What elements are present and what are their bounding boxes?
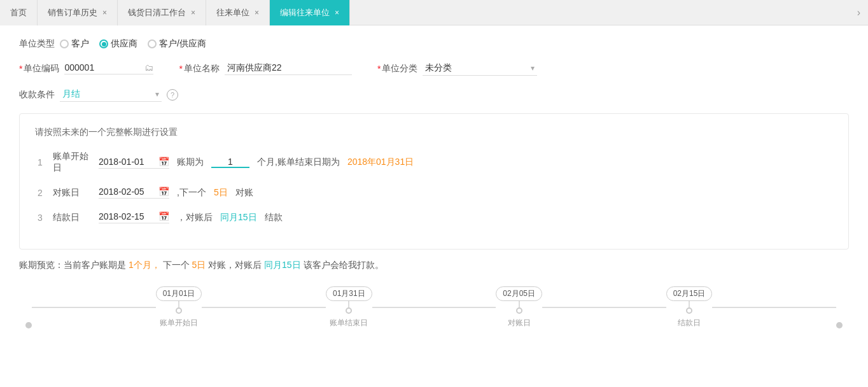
- reconcile-date-input[interactable]: [99, 186, 156, 197]
- radio-both-circle: [148, 39, 157, 48]
- preview-mid1: 下一个: [163, 260, 190, 270]
- preview-suffix: 该客户会给我打款。: [304, 260, 384, 270]
- payment-terms-help[interactable]: ?: [167, 89, 178, 101]
- radio-customer-label: 客户: [71, 38, 89, 50]
- timeline-tag-1: 01月01日: [156, 286, 202, 301]
- payment-date-input[interactable]: [99, 211, 156, 222]
- unit-type-radio-group: 客户 供应商 客户/供应商: [60, 38, 206, 50]
- preview-highlight2: 5日: [192, 260, 206, 270]
- tab-bar: 首页 销售订单历史 × 钱货日清工作台 × 往来单位 × 编辑往来单位 × ›: [0, 0, 868, 25]
- timeline-container: 01月01日 账单开始日 01月31日 账单结束日 02月05日 对账日 02月…: [19, 286, 849, 328]
- unit-code-icon[interactable]: 🗂: [144, 62, 153, 73]
- settings-title: 请按照未来的一个完整帐期进行设置: [35, 127, 833, 138]
- payment-highlight: 同月15日: [220, 212, 257, 223]
- unit-name-label: 单位名称: [184, 63, 220, 74]
- tab-cash-workbench[interactable]: 钱货日清工作台 ×: [118, 0, 206, 25]
- tab-partner-units[interactable]: 往来单位 ×: [206, 0, 270, 25]
- timeline-line-5: [712, 307, 836, 308]
- unit-name-input[interactable]: [225, 62, 352, 75]
- start-date-cal-icon[interactable]: 📅: [158, 157, 169, 167]
- setting-row-2: 2 对账日 📅 ,下一个 5日 对账: [35, 186, 833, 199]
- timeline-dot-4: [686, 307, 692, 314]
- unit-category-group: * 单位分类 未分类 ▾: [377, 61, 537, 76]
- timeline-tag-3: 02月05日: [496, 286, 542, 301]
- payment-desc-suffix: 结款: [265, 212, 283, 223]
- preview-mid2: 对账，对账后: [208, 260, 262, 270]
- period-value-input[interactable]: [211, 157, 249, 168]
- timeline-start-dot: [25, 322, 32, 328]
- reconcile-highlight: 5日: [214, 187, 228, 199]
- radio-both[interactable]: 客户/供应商: [148, 38, 206, 50]
- radio-supplier-label: 供应商: [111, 38, 137, 50]
- tab-sales-history[interactable]: 销售订单历史 ×: [38, 0, 118, 25]
- radio-supplier-circle: [99, 39, 108, 48]
- unit-type-label: 单位类型: [19, 38, 55, 50]
- tab-overflow-chevron[interactable]: ›: [850, 7, 868, 18]
- payment-terms-dropdown[interactable]: 月结 ▾: [60, 87, 162, 102]
- unit-name-group: * 单位名称: [179, 62, 351, 75]
- start-date-input[interactable]: [99, 157, 156, 167]
- payment-terms-group: 收款条件 月结 ▾ ?: [19, 87, 178, 102]
- timeline-line-3: [372, 307, 496, 308]
- timeline-node-2: 01月31日 账单结束日: [326, 286, 372, 328]
- start-date-input-group: 📅: [99, 157, 169, 169]
- unit-category-arrow: ▾: [531, 64, 535, 73]
- unit-type-row: 单位类型 客户 供应商 客户/供应商: [19, 38, 849, 50]
- unit-code-label: 单位编码: [24, 63, 59, 74]
- period-end-date: 2018年01月31日: [347, 157, 414, 168]
- timeline-end-dot: [836, 322, 843, 328]
- reconcile-date-cal-icon[interactable]: 📅: [158, 186, 169, 197]
- timeline-dot-3: [516, 307, 522, 314]
- setting-row-3: 3 结款日 📅 ，对账后 同月15日 结款: [35, 211, 833, 223]
- reconcile-date-input-group: 📅: [99, 186, 169, 199]
- preview-section: 账期预览：当前客户账期是 1个月， 下一个 5日 对账，对账后 同月15日 该客…: [19, 260, 849, 271]
- payment-date-cal-icon[interactable]: 📅: [158, 211, 169, 222]
- timeline-end-dot-wrapper: [836, 322, 843, 328]
- close-cash-workbench[interactable]: ×: [191, 8, 195, 17]
- radio-supplier[interactable]: 供应商: [99, 38, 137, 50]
- unit-code-input[interactable]: [64, 62, 141, 73]
- timeline-stem-1: [178, 301, 179, 307]
- payment-terms-value: 月结: [62, 88, 150, 100]
- radio-customer-circle: [60, 39, 69, 48]
- timeline-stem-2: [348, 301, 349, 307]
- timeline-line-2: [202, 307, 326, 308]
- timeline-label-2: 账单结束日: [330, 318, 368, 328]
- payment-terms-row: 收款条件 月结 ▾ ?: [19, 87, 849, 102]
- period-unit-text: 个月,账单结束日期为: [257, 157, 340, 168]
- setting-row-1: 1 账单开始日 📅 账期为 个月,账单结束日期为 2018年01月31日: [35, 151, 833, 174]
- row-num-3: 3: [35, 213, 45, 223]
- main-content: 单位类型 客户 供应商 客户/供应商 * 单位编码: [0, 25, 868, 387]
- timeline-node-4: 02月15日 结款日: [666, 286, 713, 328]
- preview-highlight1: 1个月，: [129, 260, 160, 270]
- timeline-tag-4: 02月15日: [666, 286, 713, 301]
- unit-category-label: 单位分类: [382, 63, 417, 74]
- row-num-2: 2: [35, 188, 45, 198]
- radio-both-label: 客户/供应商: [159, 38, 206, 50]
- tab-edit-partner[interactable]: 编辑往来单位 ×: [270, 0, 350, 25]
- tab-home[interactable]: 首页: [0, 0, 38, 25]
- unit-code-group: * 单位编码 🗂: [19, 62, 153, 74]
- row-label-1: 账单开始日: [53, 151, 91, 174]
- payment-desc-prefix: ，对账后: [177, 212, 213, 223]
- timeline-stem-4: [689, 301, 690, 307]
- reconcile-desc-prefix: ,下一个: [177, 187, 206, 199]
- timeline-label-3: 对账日: [508, 318, 531, 328]
- payment-date-input-group: 📅: [99, 211, 169, 223]
- unit-info-row: * 单位编码 🗂 * 单位名称 * 单位分类 未分类 ▾: [19, 61, 849, 76]
- timeline-line-4: [542, 307, 666, 308]
- row-label-3: 结款日: [53, 212, 91, 223]
- unit-name-star: *: [179, 64, 182, 74]
- close-sales-history[interactable]: ×: [102, 8, 107, 17]
- timeline-stem-3: [519, 301, 520, 307]
- unit-category-value: 未分类: [425, 62, 526, 74]
- close-edit-partner[interactable]: ×: [335, 8, 339, 17]
- radio-customer[interactable]: 客户: [60, 38, 89, 50]
- preview-prefix: 账期预览：当前客户账期是: [19, 260, 126, 270]
- row-label-2: 对账日: [53, 187, 91, 199]
- timeline-tag-2: 01月31日: [326, 286, 372, 301]
- unit-code-star: *: [19, 64, 22, 74]
- close-partner-units[interactable]: ×: [255, 8, 259, 17]
- unit-category-dropdown[interactable]: 未分类 ▾: [423, 61, 537, 76]
- payment-terms-label: 收款条件: [19, 89, 55, 101]
